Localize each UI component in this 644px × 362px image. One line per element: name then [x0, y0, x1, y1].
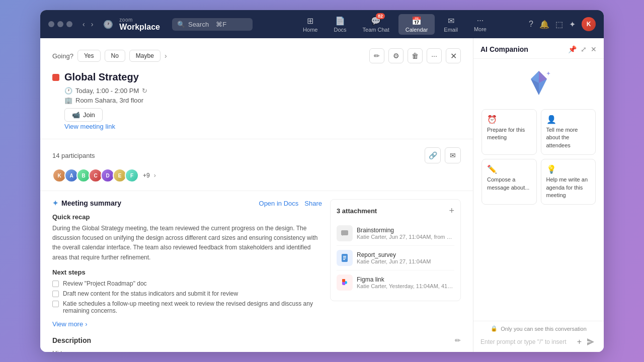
nav-items: ⊞ Home 📄 Docs 💬 82 Team Chat 📅 Calendar … [265, 14, 525, 35]
ai-card-agenda[interactable]: 💡 Help me write an agenda for this meeti… [541, 159, 596, 205]
open-in-docs-link[interactable]: Open in Docs [259, 200, 299, 207]
forward-button[interactable]: › [89, 19, 96, 29]
ai-pin-icon[interactable]: 📌 [568, 45, 577, 53]
attachment-figma-meta: Katie Carter, Yesterday, 11:04AM, 415.02… [357, 283, 454, 289]
copy-participants-button[interactable]: 🔗 [425, 147, 441, 163]
view-more-text: View more [52, 320, 83, 328]
attachment-brainstorming[interactable]: Brainstorming Katie Carter, Jun 27, 11:0… [337, 221, 454, 246]
traffic-light-2 [57, 21, 63, 27]
search-shortcut: ⌘F [216, 21, 226, 28]
overflow-icon[interactable]: ··· [427, 48, 442, 63]
delete-icon[interactable]: 🗑 [408, 48, 423, 63]
participants-more-arrow[interactable]: › [154, 172, 156, 179]
checkbox-2[interactable] [52, 291, 59, 297]
clock-icon: 🕐 [64, 87, 72, 95]
ai-add-button[interactable]: + [577, 337, 582, 346]
attachment-doc-icon [337, 250, 353, 266]
attachment-figma-icon [337, 275, 353, 291]
rsvp-more-icon[interactable]: › [165, 52, 167, 60]
email-participants-button[interactable]: ✉ [445, 147, 461, 163]
join-icon: 📹 [72, 111, 80, 119]
ai-header-actions: 📌 ⤢ ✕ [568, 45, 597, 53]
user-avatar[interactable]: K [582, 17, 596, 31]
ai-sparkle-icon[interactable]: ✦ [569, 20, 576, 29]
description-text: Hi team, I would love us to have a sync … [52, 348, 461, 352]
view-more-link[interactable]: View more › [52, 320, 88, 328]
rsvp-no-button[interactable]: No [105, 50, 125, 62]
recap-text: During the Global Strategy meeting, the … [52, 224, 322, 262]
traffic-lights [48, 21, 72, 27]
nav-email-label: Email [444, 27, 458, 33]
attachment-figma[interactable]: Figma link Katie Carter, Yesterday, 11:0… [337, 270, 454, 295]
search-box[interactable]: 🔍 Search ⌘F [172, 18, 253, 31]
participants-count: 14 participants [52, 152, 95, 159]
attachment-report-meta: Katie Carter, Jun 27, 11:04AM [357, 258, 454, 264]
nav-home[interactable]: ⊞ Home [296, 14, 325, 35]
attachment-brainstorming-name: Brainstorming [357, 227, 454, 234]
prepare-icon: ⏰ [487, 115, 531, 124]
ai-input-row: + [480, 336, 597, 348]
search-label: Search [188, 21, 209, 28]
checkbox-3[interactable] [52, 301, 59, 307]
apps-icon[interactable]: ⬚ [555, 20, 563, 29]
meeting-summary-section: ✦ Meeting summary Open in Docs Share Qui… [52, 199, 322, 328]
ai-privacy-note: 🔒 Only you can see this conversation [480, 325, 597, 332]
ai-expand-icon[interactable]: ⤢ [581, 45, 587, 53]
help-icon[interactable]: ? [529, 20, 533, 29]
ai-card-attendees[interactable]: 👤 Tell me more about the attendees [541, 109, 596, 155]
titlebar: ‹ › 🕐 zoom Workplace 🔍 Search ⌘F ⊞ Home … [40, 10, 604, 38]
attachment-brainstorming-info: Brainstorming Katie Carter, Jun 27, 11:0… [357, 227, 454, 240]
checklist-item-1: Review "Project Roadmap" doc [52, 280, 322, 287]
rsvp-yes-button[interactable]: Yes [77, 50, 101, 62]
main-content: Going? Yes No Maybe › ✏ ⚙ 🗑 ··· ✕ [40, 38, 604, 352]
ai-card-prepare[interactable]: ⏰ Prepare for this meeting [481, 109, 537, 155]
share-link[interactable]: Share [304, 200, 322, 207]
event-meta: 🕐 Today, 1:00 - 2:00 PM ↻ 🏢 Room Sahara,… [64, 87, 461, 104]
brand-zoom: zoom [119, 17, 160, 23]
attachment-brainstorming-meta: Katie Carter, Jun 27, 11:04AM, from meet… [357, 234, 454, 240]
attachments-header: 3 attachment + [337, 206, 454, 216]
more-icon: ··· [477, 16, 484, 25]
nav-more[interactable]: ··· More [467, 14, 494, 35]
checkbox-1[interactable] [52, 281, 59, 287]
agenda-text: Help me write an agenda for this meeting [546, 176, 591, 199]
nav-team-chat-label: Team Chat [363, 27, 389, 33]
join-button[interactable]: 📹 Join [64, 108, 103, 122]
attachment-report[interactable]: Report_survey Katie Carter, Jun 27, 11:0… [337, 246, 454, 270]
nav-docs[interactable]: 📄 Docs [327, 14, 353, 35]
meeting-summary-header: ✦ Meeting summary Open in Docs Share [52, 199, 322, 207]
ai-close-icon[interactable]: ✕ [591, 45, 597, 53]
close-button[interactable]: ✕ [446, 48, 461, 63]
ai-card-compose[interactable]: ✏️ Compose a message about... [481, 159, 537, 205]
email-icon: ✉ [448, 16, 454, 26]
view-meeting-link[interactable]: View meeting link [64, 123, 115, 130]
nav-calendar[interactable]: 📅 Calendar [398, 14, 435, 35]
add-attachment-button[interactable]: + [449, 206, 454, 216]
description-section: Description ✏ Hi team, I would love us t… [40, 336, 473, 352]
back-button[interactable]: ‹ [80, 19, 87, 29]
attachment-figma-info: Figma link Katie Carter, Yesterday, 11:0… [357, 276, 454, 289]
ai-send-button[interactable] [585, 336, 597, 348]
privacy-text: Only you can see this conversation [501, 326, 587, 332]
attachment-report-name: Report_survey [357, 251, 454, 258]
participants-actions: 🔗 ✉ [425, 147, 461, 163]
event-location: Room Sahara, 3rd floor [75, 97, 143, 104]
description-edit-icon[interactable]: ✏ [455, 336, 461, 344]
compose-text: Compose a message about... [487, 176, 531, 192]
ai-companion-title: AI Companion [480, 45, 528, 53]
location-icon: 🏢 [64, 97, 72, 104]
attachments-col: 3 attachment + Brainstormin [330, 199, 461, 328]
ai-prompt-input[interactable] [480, 338, 574, 345]
titlebar-right: ? 🔔 ⬚ ✦ K [529, 17, 596, 31]
nav-team-chat[interactable]: 💬 82 Team Chat [356, 14, 396, 35]
nav-email[interactable]: ✉ Email [437, 14, 465, 35]
edit-icon[interactable]: ✏ [369, 48, 384, 63]
history-icon[interactable]: 🕐 [103, 20, 113, 29]
ai-footer: 🔒 Only you can see this conversation + [473, 321, 604, 352]
privacy-icon: 🔒 [491, 325, 498, 332]
checklist-item-2: Draft new content for the status indicat… [52, 290, 322, 297]
rsvp-maybe-button[interactable]: Maybe [129, 50, 160, 62]
settings-icon[interactable]: ⚙ [388, 48, 404, 63]
bell-icon[interactable]: 🔔 [539, 20, 549, 29]
description-greeting: Hi team, [52, 349, 76, 352]
